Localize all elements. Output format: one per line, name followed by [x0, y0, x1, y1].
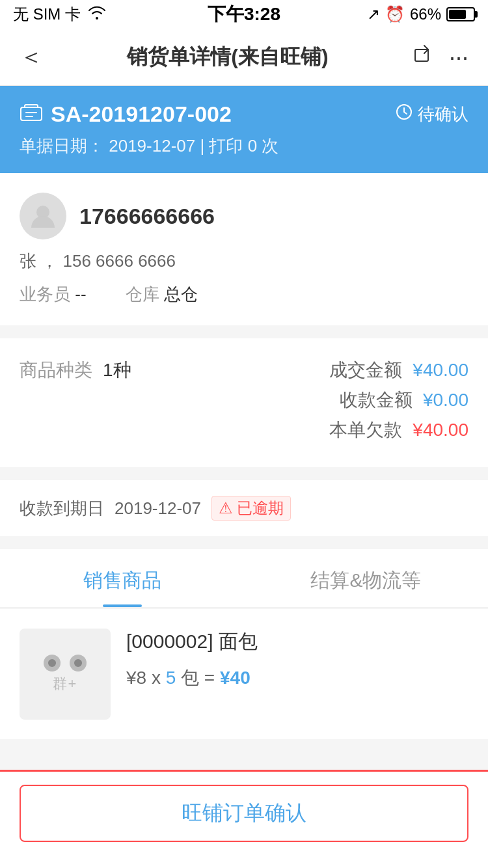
- tab-sales-products-label: 销售商品: [83, 569, 161, 591]
- product-type-value: 1种: [103, 358, 131, 383]
- warehouse-field: 仓库 总仓: [126, 283, 198, 306]
- battery-icon: [446, 7, 475, 21]
- salesman-label: 业务员: [20, 284, 70, 304]
- order-id-text: SA-20191207-002: [51, 102, 232, 127]
- due-date-value: 2019-12-07: [115, 498, 201, 519]
- product-type-field: 商品种类 1种: [20, 358, 131, 383]
- order-status: 待确认: [396, 103, 468, 126]
- product-section: 群+ [0000002] 面包 ¥8 x 5 包 = ¥40: [0, 609, 488, 739]
- tab-sales-products[interactable]: 销售商品: [0, 549, 244, 607]
- customer-alt-phone: ，: [41, 251, 58, 271]
- customer-avatar: [20, 193, 66, 239]
- customer-name-label: 张: [20, 251, 36, 271]
- date-label: 单据日期：: [20, 136, 104, 156]
- tab-settlement-logistics[interactable]: 结算&物流等: [244, 549, 488, 607]
- page-title: 销货单详情(来自旺铺): [127, 43, 328, 72]
- tabs-section: 销售商品 结算&物流等: [0, 549, 488, 608]
- product-logo: 群+: [33, 655, 98, 694]
- more-icon[interactable]: ···: [449, 44, 468, 71]
- product-title: 面包: [219, 631, 258, 652]
- product-code: [0000002]: [126, 631, 213, 652]
- customer-phone-alt: 156 6666 6666: [62, 251, 176, 271]
- status-left: 无 SIM 卡: [13, 4, 107, 25]
- print-separator: | 打印: [200, 136, 247, 156]
- deal-amount-label: 成交金额: [329, 358, 402, 383]
- location-icon: ↗: [367, 5, 380, 23]
- overdue-icon: ⚠: [219, 499, 233, 517]
- tabs-row: 销售商品 结算&物流等: [0, 549, 488, 608]
- owl-text: 群+: [53, 674, 78, 694]
- print-unit: 次: [262, 136, 278, 156]
- tab-settlement-logistics-label: 结算&物流等: [310, 569, 421, 591]
- back-button[interactable]: ＜: [20, 41, 43, 73]
- status-clock-icon: [396, 103, 413, 125]
- owl-eyes: [44, 655, 87, 671]
- customer-sub: 张 ， 156 6666 6666: [20, 250, 468, 273]
- owl-eye-right: [70, 655, 87, 671]
- customer-meta: 业务员 -- 仓库 总仓: [20, 283, 468, 306]
- deal-amount-row: 成交金额 ¥40.00: [329, 358, 468, 383]
- order-date-value: 2019-12-07: [109, 136, 195, 156]
- order-id-icon: [20, 102, 43, 127]
- bottom-bar: 旺铺订单确认: [0, 770, 488, 868]
- overdue-badge: ⚠ 已逾期: [211, 496, 291, 521]
- multiply-symbol: x: [152, 668, 166, 688]
- owed-amount-value: ¥40.00: [413, 420, 468, 441]
- status-text: 待确认: [418, 103, 468, 126]
- carrier-label: 无 SIM 卡: [13, 4, 81, 25]
- order-id: SA-20191207-002: [20, 102, 232, 127]
- owed-amount-label: 本单欠款: [329, 418, 402, 442]
- status-bar: 无 SIM 卡 下午3:28 ↗ ⏰ 66%: [0, 0, 488, 29]
- product-unit-price: ¥8: [126, 668, 146, 688]
- order-date-row: 单据日期： 2019-12-07 | 打印 0 次: [20, 135, 468, 157]
- product-price-row: ¥8 x 5 包 = ¥40: [126, 666, 468, 690]
- customer-section: 17666666666 张 ， 156 6666 6666 业务员 -- 仓库 …: [0, 173, 488, 325]
- summary-section: 商品种类 1种 成交金额 ¥40.00 收款金额 ¥0.00 本单欠款 ¥40.…: [0, 338, 488, 467]
- nav-bar: ＜ 销货单详情(来自旺铺) ···: [0, 29, 488, 86]
- svg-rect-1: [21, 107, 42, 120]
- product-name: [0000002] 面包: [126, 629, 468, 655]
- received-amount-label: 收款金额: [340, 388, 413, 413]
- received-amount-value: ¥0.00: [423, 390, 468, 411]
- battery-percent: 66%: [410, 5, 441, 23]
- customer-row: 17666666666: [20, 193, 468, 239]
- warehouse-value: 总仓: [164, 284, 198, 304]
- salesman-field: 业务员 --: [20, 283, 87, 306]
- summary-row: 商品种类 1种 成交金额 ¥40.00 收款金额 ¥0.00 本单欠款 ¥40.…: [20, 358, 468, 448]
- product-thumbnail: 群+: [20, 629, 111, 720]
- amounts-block: 成交金额 ¥40.00 收款金额 ¥0.00 本单欠款 ¥40.00: [329, 358, 468, 448]
- owed-amount-row: 本单欠款 ¥40.00: [329, 418, 468, 442]
- alarm-icon: ⏰: [385, 5, 405, 23]
- owl-eye-left: [44, 655, 61, 671]
- salesman-value: --: [75, 284, 86, 304]
- due-date-label: 收款到期日: [20, 497, 104, 520]
- product-type-label: 商品种类: [20, 358, 92, 383]
- share-icon[interactable]: [413, 44, 433, 71]
- overdue-text: 已逾期: [237, 498, 284, 519]
- product-row: 群+ [0000002] 面包 ¥8 x 5 包 = ¥40: [20, 629, 468, 720]
- order-header: SA-20191207-002 待确认 单据日期： 2019-12-07 | 打…: [0, 86, 488, 173]
- due-date-section: 收款到期日 2019-12-07 ⚠ 已逾期: [0, 480, 488, 536]
- equals-symbol: =: [204, 668, 220, 688]
- status-right: ↗ ⏰ 66%: [367, 5, 475, 23]
- product-info: [0000002] 面包 ¥8 x 5 包 = ¥40: [126, 629, 468, 690]
- product-qty: 5: [166, 668, 176, 688]
- print-count: 0: [248, 136, 257, 156]
- product-total: ¥40: [220, 668, 251, 688]
- status-time: 下午3:28: [208, 2, 280, 27]
- confirm-button[interactable]: 旺铺订单确认: [20, 785, 468, 842]
- received-amount-row: 收款金额 ¥0.00: [329, 388, 468, 413]
- deal-amount-value: ¥40.00: [413, 360, 468, 381]
- product-unit: 包: [181, 668, 199, 688]
- customer-phone: 17666666666: [79, 204, 215, 229]
- warehouse-label: 仓库: [126, 284, 159, 304]
- order-id-row: SA-20191207-002 待确认: [20, 102, 468, 127]
- wifi-icon: [87, 5, 107, 23]
- nav-actions: ···: [413, 44, 468, 71]
